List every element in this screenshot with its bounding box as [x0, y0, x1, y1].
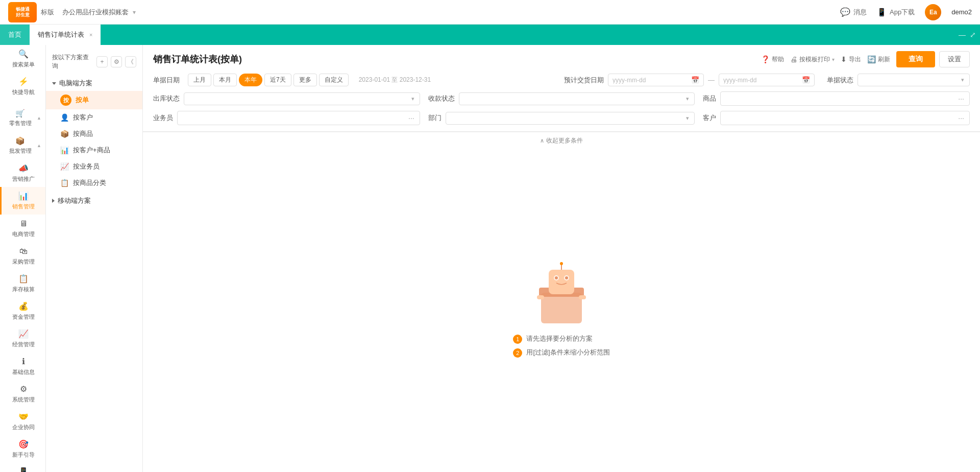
svg-rect-2	[549, 270, 574, 294]
customer-more-icon[interactable]: ···	[958, 114, 964, 122]
delivery-status-select[interactable]: ▾	[184, 92, 420, 105]
empty-hint-2: 2 用[过滤]条件来缩小分析范围	[513, 348, 609, 358]
sidebar-item-guide[interactable]: 🎯 新手引导	[0, 435, 45, 463]
date-btn-this-month[interactable]: 本月	[213, 74, 237, 86]
sidebar-item-retail[interactable]: 🛒 零售管理 ▲	[0, 104, 45, 132]
bill-status-chevron: ▾	[961, 77, 964, 83]
department-chevron: ▾	[686, 115, 689, 122]
tab-close-icon[interactable]: ×	[89, 32, 92, 38]
goods-select[interactable]: ···	[720, 91, 970, 106]
sidebar-item-quick-nav[interactable]: ⚡ 快捷导航	[0, 73, 45, 100]
payment-chevron: ▾	[686, 96, 689, 102]
calendar-icon-1[interactable]: 📅	[691, 76, 699, 84]
expected-date-end[interactable]	[723, 77, 800, 84]
layout: 🔍 搜索菜单 ⚡ 快捷导航 🛒 零售管理 ▲ 📦 批发管理 ▲ 📣 营销推广	[0, 45, 980, 472]
collapse-bar-label: 收起更多条件	[546, 136, 583, 145]
customer-select[interactable]: ···	[720, 111, 970, 125]
salesperson-select[interactable]: ···	[177, 111, 420, 125]
sidebar-item-wholesale[interactable]: 📦 批发管理 ▲	[0, 132, 45, 159]
app-download-btn[interactable]: 📱 App下载	[877, 8, 915, 17]
topbar: 畅捷通好生意 标版 办公用品行业模拟账套 ▾ 💬 消息 📱 App下载 Ea d…	[0, 0, 980, 25]
app-download-label: App下载	[890, 8, 915, 17]
goods-label: 商品	[703, 94, 716, 103]
refresh-btn[interactable]: 🔄 刷新	[867, 55, 890, 64]
retail-label: 零售管理	[9, 120, 32, 127]
sidebar-item-appcenter[interactable]: 📱 应用中心	[0, 463, 45, 472]
department-label: 部门	[428, 113, 442, 123]
payment-status-col: 收款状态 ▾	[428, 92, 695, 105]
scheme-item-by-salesperson[interactable]: 📈 按业务员	[46, 158, 142, 175]
template-print-label: 按模板打印	[799, 55, 830, 64]
template-print-btn[interactable]: 🖨 按模板打印 ▾	[790, 55, 835, 64]
sidebar-item-enterprise[interactable]: 🤝 企业协同	[0, 408, 45, 435]
window-title-dropdown[interactable]: ▾	[133, 9, 136, 16]
collapse-bar[interactable]: ∧ 收起更多条件	[143, 132, 980, 149]
hint-2-text: 用[过滤]条件来缩小分析范围	[526, 348, 609, 357]
refresh-label: 刷新	[878, 55, 890, 64]
wholesale-arrow: ▲	[37, 143, 41, 148]
quick-nav-icon: ⚡	[18, 77, 29, 86]
sidebar-item-ecommerce[interactable]: 🖥 电商管理	[0, 215, 45, 242]
pc-group-label: 电脑端方案	[59, 79, 92, 88]
department-select[interactable]: ▾	[446, 112, 695, 125]
sidebar-item-finance[interactable]: 💰 资金管理	[0, 297, 45, 325]
by-order-icon: 按	[60, 95, 71, 106]
scheme-item-by-cust-prod[interactable]: 📊 按客户+商品	[46, 142, 142, 158]
scheme-item-by-order[interactable]: 按 按单	[46, 91, 142, 109]
by-product-icon: 📦	[60, 130, 69, 138]
svg-point-8	[560, 262, 563, 265]
date-btn-more[interactable]: 更多	[293, 74, 317, 86]
avatar[interactable]: Ea	[925, 4, 941, 20]
sidebar-item-purchase[interactable]: 🛍 采购管理	[0, 242, 45, 270]
help-btn[interactable]: ❓ 帮助	[761, 55, 784, 64]
sidebar-item-basic[interactable]: ℹ 基础信息	[0, 352, 45, 380]
calendar-icon-2[interactable]: 📅	[802, 76, 810, 84]
scheme-group-mobile-title[interactable]: 移动端方案	[46, 193, 142, 208]
export-label: 导出	[849, 55, 861, 64]
sidebar-item-sales[interactable]: 📊 销售管理	[0, 187, 45, 215]
payment-status-select[interactable]: ▾	[459, 92, 695, 105]
sidebar-item-marketing[interactable]: 📣 营销推广	[0, 159, 45, 187]
sidebar-item-business[interactable]: 📈 经营管理	[0, 325, 45, 352]
by-customer-label: 按客户	[73, 113, 93, 122]
main-content: 销售订单统计表(按单) ❓ 帮助 🖨 按模板打印 ▾ ⬇ 导出	[143, 45, 980, 472]
sidebar-item-inventory[interactable]: 📋 库存核算	[0, 270, 45, 297]
search-menu-icon: 🔍	[18, 49, 29, 59]
sidebar-item-system[interactable]: ⚙ 系统管理	[0, 380, 45, 408]
settings-btn[interactable]: 设置	[939, 51, 970, 67]
add-scheme-btn[interactable]: +	[96, 56, 108, 67]
date-btn-last-7[interactable]: 近7天	[264, 74, 291, 86]
user-name[interactable]: demo2	[951, 8, 972, 16]
customer-label: 客户	[703, 113, 716, 123]
collapse-panel-btn[interactable]: 《	[125, 56, 136, 67]
date-btn-custom[interactable]: 自定义	[319, 74, 349, 86]
scheme-item-by-customer[interactable]: 👤 按客户	[46, 109, 142, 126]
tab-sales-stats[interactable]: 销售订单统计表 ×	[30, 25, 101, 45]
salesperson-more-icon[interactable]: ···	[408, 114, 414, 122]
tab-home[interactable]: 首页	[0, 25, 30, 45]
scheme-group-pc: 电脑端方案 按 按单 👤 按客户 📦 按商品 📊 按客户+商品 📈 按业务员	[46, 76, 142, 191]
nav-maximize-icon[interactable]: ⤢	[970, 31, 976, 39]
nav-minimize-icon[interactable]: —	[959, 31, 966, 39]
date-btn-this-year[interactable]: 本年	[239, 74, 262, 86]
date-btn-group: 上月 本月 本年 近7天 更多 自定义	[188, 74, 349, 86]
filter-area: 单据日期 上月 本月 本年 近7天 更多 自定义 2023-01-01 至 20…	[153, 74, 970, 131]
logo-text: 畅捷通好生意	[16, 7, 30, 18]
scheme-item-by-product[interactable]: 📦 按商品	[46, 126, 142, 142]
by-category-icon: 📋	[60, 179, 69, 187]
date-btn-last-month[interactable]: 上月	[188, 74, 211, 86]
scheme-item-by-category[interactable]: 📋 按商品分类	[46, 175, 142, 191]
salesperson-label: 业务员	[153, 113, 173, 123]
scheme-group-pc-title[interactable]: 电脑端方案	[46, 76, 142, 91]
svg-rect-0	[541, 293, 582, 323]
settings-scheme-btn[interactable]: ⚙	[111, 56, 122, 67]
bill-status-select[interactable]: ▾	[857, 74, 970, 86]
action-btns: 查询 设置	[896, 51, 970, 67]
expected-date-start[interactable]	[612, 77, 689, 84]
query-btn[interactable]: 查询	[896, 51, 935, 67]
message-btn[interactable]: 💬 消息	[840, 7, 867, 17]
sidebar-item-search-menu[interactable]: 🔍 搜索菜单	[0, 45, 45, 73]
goods-more-icon[interactable]: ···	[958, 95, 964, 103]
basic-label: 基础信息	[12, 368, 35, 376]
export-btn[interactable]: ⬇ 导出	[841, 55, 861, 64]
